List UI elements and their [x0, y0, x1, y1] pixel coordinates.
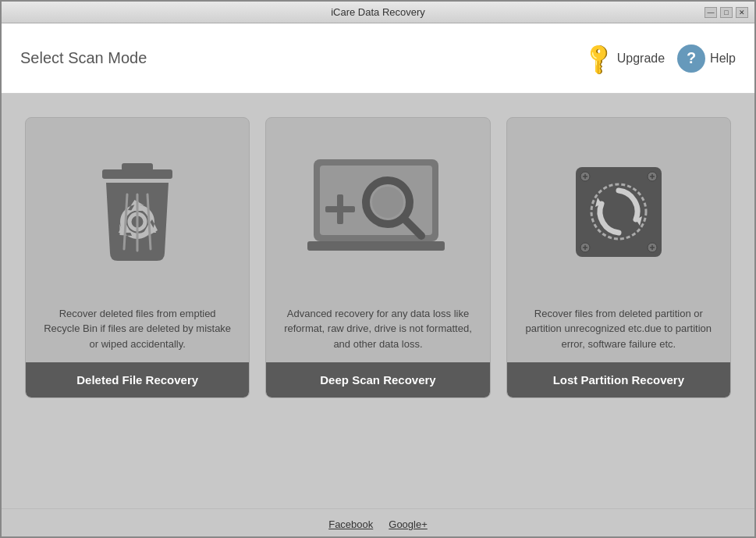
close-button[interactable]: ✕ — [736, 7, 748, 18]
maximize-button[interactable]: □ — [720, 7, 733, 18]
deleted-file-button[interactable]: Deleted File Recovery — [26, 362, 249, 397]
app-title: iCare Data Recovery — [331, 6, 425, 18]
lost-partition-button[interactable]: Lost Partition Recovery — [507, 362, 730, 397]
header-actions: 🔑 Upgrade ? Help — [585, 45, 736, 73]
svg-rect-1 — [122, 163, 153, 171]
upgrade-label: Upgrade — [617, 52, 665, 66]
help-label: Help — [710, 52, 736, 66]
svg-rect-10 — [325, 206, 355, 212]
facebook-link[interactable]: Facebook — [328, 518, 373, 530]
deleted-file-description: Recover deleted files from emptied Recyc… — [26, 306, 249, 363]
help-button[interactable]: ? Help — [677, 45, 736, 73]
main-content: Recover deleted files from emptied Recyc… — [2, 94, 754, 508]
lost-partition-description: Recover files from deleted partition or … — [507, 306, 730, 363]
svg-point-12 — [372, 187, 403, 218]
help-icon: ? — [677, 45, 705, 73]
laptop-scan-icon — [306, 155, 450, 269]
upgrade-button[interactable]: 🔑 Upgrade — [585, 45, 665, 71]
recycle-bin-icon — [87, 155, 188, 269]
deleted-file-card[interactable]: Recover deleted files from emptied Recyc… — [25, 117, 250, 398]
deep-scan-card[interactable]: Advanced recovery for any data loss like… — [265, 117, 490, 398]
window-controls: — □ ✕ — [705, 7, 748, 18]
lost-partition-icon-area — [552, 118, 685, 306]
deep-scan-description: Advanced recovery for any data loss like… — [266, 306, 489, 363]
minimize-button[interactable]: — — [705, 7, 717, 18]
googleplus-link[interactable]: Google+ — [389, 518, 428, 530]
footer: Facebook Google+ — [2, 508, 754, 538]
header: Select Scan Mode 🔑 Upgrade ? Help — [2, 23, 754, 94]
page-title: Select Scan Mode — [20, 49, 147, 67]
deep-scan-icon-area — [290, 118, 466, 306]
svg-rect-8 — [307, 241, 445, 251]
titlebar: iCare Data Recovery — □ ✕ — [2, 2, 754, 23]
svg-rect-14 — [576, 167, 662, 257]
hard-drive-icon — [568, 155, 669, 269]
deleted-file-icon-area — [71, 118, 204, 306]
deep-scan-button[interactable]: Deep Scan Recovery — [266, 362, 489, 397]
key-icon: 🔑 — [580, 39, 617, 77]
lost-partition-card[interactable]: Recover files from deleted partition or … — [506, 117, 731, 398]
